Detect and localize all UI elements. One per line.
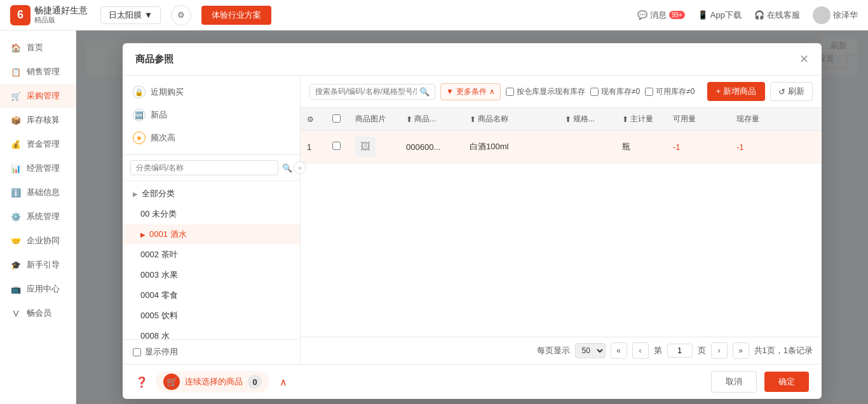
col-unit[interactable]: ⬆ 主计量 [616, 108, 667, 131]
sidebar-item-purchase[interactable]: 🛒 采购管理 [0, 84, 76, 108]
category-0002[interactable]: 0002 茶叶 [123, 245, 300, 265]
confirm-button[interactable]: 确定 [764, 372, 809, 392]
cart-count: 0 [248, 375, 262, 389]
category-search-icon[interactable]: 🔍 [282, 163, 292, 173]
prev-page-button[interactable]: ‹ [632, 342, 649, 359]
col-code[interactable]: ⬆ 商品... [400, 108, 463, 131]
tab-new-products-label: 新品 [151, 109, 167, 121]
online-service-nav-item[interactable]: 🎧 在线客服 [754, 10, 800, 21]
refresh-label: 刷新 [788, 86, 804, 97]
page-number-input[interactable] [667, 344, 693, 358]
modal-footer: ❓ 🛒 连续选择的商品 0 ∧ 取消 确定 [123, 364, 822, 399]
user-avatar[interactable]: 徐泽华 [813, 6, 858, 24]
refresh-button[interactable]: ↺ 刷新 [770, 82, 813, 101]
sidebar-item-collab[interactable]: 🤝 企业协同 [0, 229, 76, 253]
stock-ne0-checkbox[interactable] [590, 88, 599, 96]
next-page-button[interactable]: › [711, 342, 728, 359]
col-spec[interactable]: ⬆ 规格... [559, 108, 616, 131]
app-download-label: App下载 [710, 10, 742, 21]
sidebar-item-guide[interactable]: 🎓 新手引导 [0, 253, 76, 277]
warehouse-display-checkbox-group[interactable]: 按仓库显示现有库存 [506, 86, 585, 97]
sidebar-item-sales[interactable]: 📋 销售管理 [0, 60, 76, 84]
tab-new-products[interactable]: 🆕 新品 [123, 104, 300, 126]
sidebar-item-finance[interactable]: 💰 资金管理 [0, 132, 76, 156]
sidebar-item-apps[interactable]: 📺 应用中心 [0, 277, 76, 301]
col-unit-sort[interactable]: ⬆ 主计量 [622, 114, 660, 125]
col-name-sort[interactable]: ⬆ 商品名称 [470, 114, 552, 125]
row-checkbox-cell[interactable] [326, 131, 349, 163]
available-ne0-checkbox[interactable] [645, 88, 653, 96]
messages-nav-item[interactable]: 💬 消息 99+ [637, 10, 685, 21]
modal-body: 🔒 近期购买 🆕 新品 ★ 频次高 [123, 76, 822, 364]
cart-area[interactable]: 🛒 连续选择的商品 0 [156, 371, 269, 393]
sidebar-item-manage[interactable]: 📊 经营管理 [0, 156, 76, 180]
category-0008[interactable]: 0008 水 [123, 326, 300, 339]
first-page-button[interactable]: « [611, 342, 627, 359]
modal-close-button[interactable]: ✕ [799, 52, 809, 66]
sidebar-item-home-label: 首页 [27, 42, 43, 53]
sidebar-item-guide-label: 新手引导 [27, 259, 60, 271]
panel-collapse-button[interactable]: « [294, 161, 306, 174]
sidebar-item-stock[interactable]: 📦 库存核算 [0, 108, 76, 132]
nav-right: 💬 消息 99+ 📱 App下载 🎧 在线客服 徐泽华 [637, 6, 858, 24]
category-0001[interactable]: ▶ 0001 酒水 [123, 224, 300, 245]
tab-recent-purchase[interactable]: 🔒 近期购买 [123, 81, 300, 104]
category-0003[interactable]: 0003 水果 [123, 265, 300, 285]
col-checkbox[interactable] [326, 108, 349, 131]
col-spec-sort[interactable]: ⬆ 规格... [565, 114, 609, 125]
category-all[interactable]: ▶ 全部分类 [123, 184, 300, 204]
collapse-cart-icon[interactable]: ∧ [280, 376, 287, 388]
help-icon[interactable]: ❓ [135, 376, 148, 388]
available-ne0-checkbox-group[interactable]: 可用库存≠0 [645, 86, 695, 97]
sidebar-item-info[interactable]: ℹ️ 基础信息 [0, 180, 76, 205]
sidebar-item-system[interactable]: ⚙️ 系统管理 [0, 205, 76, 229]
app-download-nav-item[interactable]: 📱 App下载 [698, 10, 742, 21]
tab-frequent[interactable]: ★ 频次高 [123, 126, 300, 149]
show-disabled-checkbox[interactable] [133, 348, 141, 356]
search-icon[interactable]: 🔍 [419, 87, 430, 97]
row-checkbox[interactable] [332, 142, 341, 150]
row-available-cell: -1 [667, 131, 730, 163]
table-row[interactable]: 1 🖼 000600... 白酒100ml 瓶 [301, 131, 822, 163]
cancel-button[interactable]: 取消 [711, 371, 757, 393]
add-product-button[interactable]: + 新增商品 [707, 82, 765, 101]
category-search-input[interactable] [130, 160, 278, 175]
stock-ne0-label: 现有库存≠0 [601, 86, 640, 97]
filter-icon: ▼ [446, 87, 454, 96]
headset-icon: 🎧 [754, 10, 764, 20]
row-unit-cell: 瓶 [616, 131, 667, 163]
sidebar-item-member-label: 畅会员 [27, 307, 51, 319]
left-panel: 🔒 近期购买 🆕 新品 ★ 频次高 [123, 76, 301, 364]
trial-button[interactable]: 体验行业方案 [201, 6, 271, 25]
product-search-input[interactable] [315, 87, 417, 96]
category-0005[interactable]: 0005 饮料 [123, 306, 300, 326]
new-icon: 🆕 [133, 109, 146, 121]
gear-button[interactable]: ⚙ [171, 5, 191, 25]
last-page-button[interactable]: » [733, 342, 749, 359]
company-name: 畅捷通好生意 [34, 5, 88, 16]
manage-icon: 📊 [10, 163, 22, 174]
user-name-label: 徐泽华 [833, 10, 858, 21]
show-disabled-label[interactable]: 显示停用 [145, 346, 178, 358]
col-image-sort: 商品图片 [355, 114, 393, 125]
sidebar-item-member[interactable]: V 畅会员 [0, 301, 76, 325]
more-filter-button[interactable]: ▼ 更多条件 ∧ [440, 83, 501, 100]
col-name[interactable]: ⬆ 商品名称 [463, 108, 559, 131]
stock-ne0-checkbox-group[interactable]: 现有库存≠0 [590, 86, 640, 97]
col-available: 可用量 [667, 108, 730, 131]
sidebar-item-home[interactable]: 🏠 首页 [0, 36, 76, 60]
category-0004-label: 0004 零食 [140, 290, 178, 301]
category-00[interactable]: 00 未分类 [123, 204, 300, 224]
select-all-checkbox[interactable] [332, 114, 341, 123]
warehouse-display-checkbox[interactable] [506, 88, 514, 96]
col-code-sort[interactable]: ⬆ 商品... [406, 114, 457, 125]
sidebar-item-finance-label: 资金管理 [27, 138, 60, 150]
col-settings[interactable]: ⚙ [301, 108, 326, 131]
star-icon: ★ [133, 131, 146, 144]
per-page-select[interactable]: 50 [575, 343, 606, 358]
nav-selector[interactable]: 日太阳膜 ▼ [100, 6, 161, 24]
category-0004[interactable]: 0004 零食 [123, 285, 300, 306]
sales-icon: 📋 [10, 66, 22, 77]
lock-icon: 🔒 [133, 86, 146, 98]
logo-icon: 6 [10, 5, 31, 25]
